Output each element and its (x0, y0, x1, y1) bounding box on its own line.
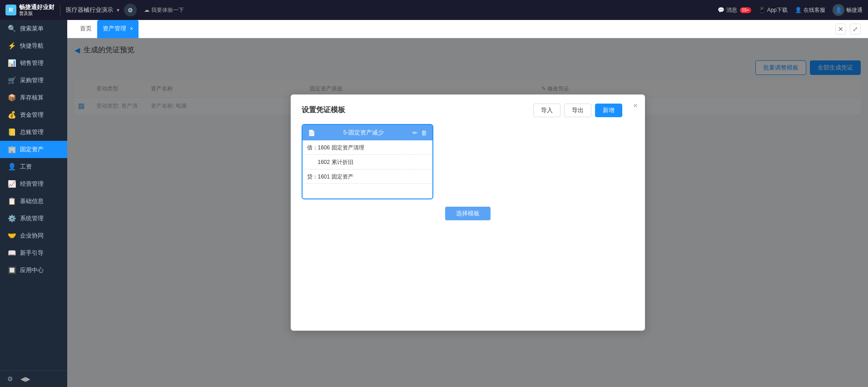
sidebar-item-payroll[interactable]: 👤 工资 (0, 158, 67, 175)
cart-icon: 🛒 (7, 76, 16, 84)
template-row-empty (303, 185, 432, 198)
settings-bottom-icon[interactable]: ⚙ (7, 375, 13, 382)
sidebar-item-sales[interactable]: 📊 销售管理 (0, 55, 67, 72)
window-close-btn[interactable]: ✕ (835, 24, 846, 35)
sidebar-scroll: 🔍 搜索菜单 ⚡ 快捷导航 📊 销售管理 🛒 采购管理 📦 库存核算 (0, 20, 67, 370)
template-cell-label: 贷：1601 固定资产 (303, 170, 407, 184)
template-cell-label: 借：1606 固定资产清理 (303, 141, 407, 155)
template-row-debit2: 1602 累计折旧 (303, 156, 432, 169)
sidebar-label: 系统管理 (20, 214, 44, 223)
user-avatar: 👤 (833, 4, 844, 16)
sidebar-label: 快捷导航 (20, 42, 44, 50)
sidebar-item-inventory[interactable]: 📦 库存核算 (0, 89, 67, 106)
sidebar-item-system[interactable]: ⚙️ 系统管理 (0, 210, 67, 227)
import-btn[interactable]: 导入 (533, 104, 560, 117)
tab-close-icon[interactable]: × (130, 25, 133, 32)
new-btn[interactable]: 新增 (595, 104, 622, 117)
sidebar-label: 销售管理 (20, 59, 44, 67)
template-card: 📄 5-固定资产减少 ✏ 🗑 借：1606 固定资产清理 (302, 124, 433, 199)
sidebar-label: 搜索菜单 (20, 25, 44, 33)
company-selector[interactable]: 医疗器械行业演示 ▼ (66, 6, 120, 14)
logo-text: 畅捷通好业财 普及版 (19, 4, 55, 16)
sidebar-label: 新手引导 (20, 249, 44, 257)
sidebar-label: 基础信息 (20, 197, 44, 205)
handshake-icon: 🤝 (7, 232, 16, 240)
messages-badge: 99+ (740, 7, 751, 13)
sidebar-label: 资金管理 (20, 111, 44, 119)
box-icon: 📦 (7, 94, 16, 102)
template-cell-val2 (420, 141, 432, 155)
page-content: ◀ 生成的凭证预览 批量调整模板 全部生成凭证 变动类型 资产名称 固定资产原值 (67, 38, 868, 387)
template-card-title: 5-固定资产减少 (343, 129, 384, 137)
app-download-btn[interactable]: 📱 App下载 (759, 6, 788, 14)
top-bar: 财 畅捷通好业财 普及版 医疗器械行业演示 ▼ ⚙ ☁ 我要体验一下 💬 消息 … (0, 0, 868, 20)
online-service-btn[interactable]: 👤 在线客服 (795, 6, 825, 14)
sidebar-item-operations[interactable]: 📈 经营管理 (0, 175, 67, 193)
search-icon: 🔍 (7, 25, 16, 33)
dialog-actions: 导入 导出 新增 (533, 104, 622, 117)
person-icon: 👤 (7, 163, 16, 171)
book-icon: 📒 (7, 128, 16, 136)
template-cell-label: 1602 累计折旧 (303, 156, 407, 169)
top-bar-divider (60, 5, 60, 15)
sidebar-item-search[interactable]: 🔍 搜索菜单 (0, 20, 67, 37)
template-delete-icon[interactable]: 🗑 (421, 129, 427, 136)
sidebar-item-fixed-assets[interactable]: 🏢 固定资产 (0, 141, 67, 158)
template-card-icons: ✏ 🗑 (412, 129, 427, 136)
logo-icon: 财 (5, 5, 16, 15)
tab-bar: 首页 资产管理 × ✕ ⤢ (67, 20, 868, 38)
template-row-debit1: 借：1606 固定资产清理 (303, 141, 432, 155)
download-icon: 📱 (759, 7, 765, 13)
template-edit-icon[interactable]: ✏ (412, 129, 417, 136)
sidebar-item-finance[interactable]: 💰 资金管理 (0, 106, 67, 124)
sidebar-bottom: ⚙ ◀▶ (0, 370, 67, 387)
sidebar-item-guide[interactable]: 📖 新手引导 (0, 244, 67, 262)
export-btn[interactable]: 导出 (564, 104, 591, 117)
sidebar-item-quick-nav[interactable]: ⚡ 快捷导航 (0, 37, 67, 55)
dialog-overlay: 设置凭证模板 导入 导出 新增 × 📄 5-固定资产减少 (67, 38, 868, 387)
logo-main: 畅捷通好业财 (19, 4, 55, 11)
window-controls: ✕ ⤢ (835, 24, 861, 35)
chart-icon: 📊 (7, 59, 16, 67)
content-area: 首页 资产管理 × ✕ ⤢ ◀ 生成的凭证预览 (67, 20, 868, 387)
sidebar: 🔍 搜索菜单 ⚡ 快捷导航 📊 销售管理 🛒 采购管理 📦 库存核算 (0, 20, 67, 387)
app-logo: 财 畅捷通好业财 普及版 (5, 4, 55, 16)
company-name: 医疗器械行业演示 (66, 6, 113, 14)
collapse-icon[interactable]: ◀▶ (20, 375, 30, 382)
settings-dialog: 设置凭证模板 导入 导出 新增 × 📄 5-固定资产减少 (291, 94, 645, 331)
template-file-icon: 📄 (308, 129, 315, 136)
lightning-icon: ⚡ (7, 42, 16, 50)
dropdown-icon: ▼ (116, 8, 120, 13)
select-template-btn[interactable]: 选择模板 (445, 207, 491, 220)
sidebar-item-ledger[interactable]: 📒 总账管理 (0, 124, 67, 141)
window-expand-btn[interactable]: ⤢ (850, 24, 861, 35)
template-cell-val2 (420, 156, 432, 169)
cloud-icon: ☁ (144, 7, 149, 13)
template-cell-val1 (407, 156, 419, 169)
messages-btn[interactable]: 💬 消息 99+ (718, 6, 751, 14)
tab-asset-management[interactable]: 资产管理 × (97, 20, 139, 38)
user-menu[interactable]: 👤 畅捷通 (833, 4, 863, 16)
sidebar-item-cooperation[interactable]: 🤝 企业协同 (0, 227, 67, 244)
tab-home[interactable]: 首页 (74, 20, 97, 38)
sidebar-label: 工资 (20, 163, 32, 171)
experience-link[interactable]: ☁ 我要体验一下 (144, 6, 184, 14)
logo-sub: 普及版 (19, 11, 55, 16)
sidebar-item-purchase[interactable]: 🛒 采购管理 (0, 72, 67, 89)
template-row-credit1: 贷：1601 固定资产 (303, 170, 432, 184)
dialog-close-btn[interactable]: × (633, 102, 637, 110)
sidebar-label: 采购管理 (20, 76, 44, 84)
sidebar-label: 企业协同 (20, 232, 44, 240)
gear-icon: ⚙️ (7, 214, 16, 223)
template-cell-val1 (407, 141, 419, 155)
money-icon: 💰 (7, 111, 16, 119)
template-cell-val2 (420, 170, 432, 184)
sidebar-label: 应用中心 (20, 266, 44, 274)
message-icon: 💬 (718, 7, 724, 13)
trend-icon: 📈 (7, 180, 16, 188)
list-icon: 📋 (7, 197, 16, 205)
settings-icon[interactable]: ⚙ (124, 4, 137, 16)
sidebar-item-basic-info[interactable]: 📋 基础信息 (0, 193, 67, 210)
sidebar-item-app-center[interactable]: 🔲 应用中心 (0, 262, 67, 279)
sidebar-label: 固定资产 (20, 145, 44, 154)
